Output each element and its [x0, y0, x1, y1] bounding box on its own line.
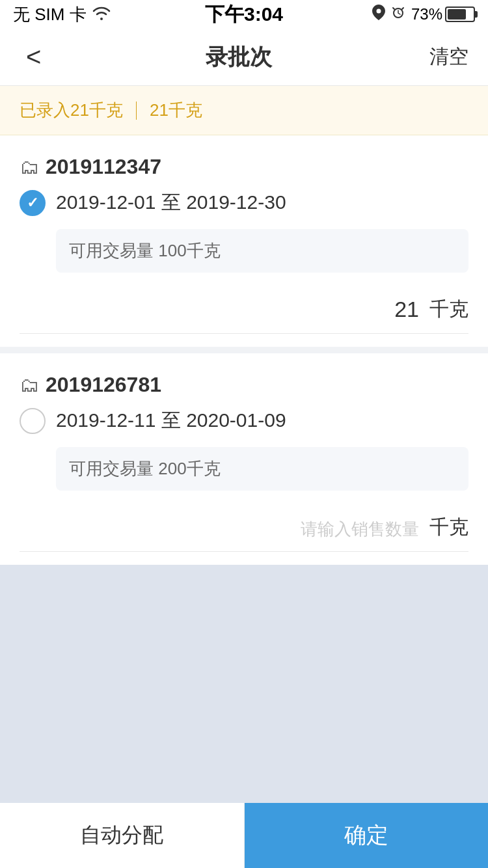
radio-1[interactable]: [20, 190, 46, 216]
batch-availability-2: 可用交易量 200千克: [56, 447, 468, 491]
batch-input-row-2: 千克: [20, 504, 468, 552]
batch-unit-2: 千克: [429, 514, 468, 541]
battery-fill: [448, 9, 466, 20]
card-divider: [0, 347, 488, 353]
batch-icon-1: 🗂: [20, 156, 39, 178]
page-title: 录批次: [206, 42, 272, 72]
info-value: 21千克: [150, 99, 202, 122]
bottom-bar: 自动分配 确定: [0, 803, 488, 868]
batch-input-row-1: 千克: [20, 286, 468, 334]
radio-2[interactable]: [20, 408, 46, 434]
batch-unit-1: 千克: [429, 296, 468, 323]
clear-button[interactable]: 清空: [429, 44, 468, 70]
location-icon: [372, 5, 385, 24]
status-right: 73%: [372, 5, 475, 24]
batch-card-2: 🗂 2019126781 2019-12-11 至 2020-01-09 可用交…: [0, 353, 488, 565]
main-content: 🗂 2019112347 2019-12-01 至 2019-12-30 可用交…: [0, 135, 488, 852]
info-divider: [136, 102, 137, 120]
status-time: 下午3:04: [205, 1, 283, 28]
auto-distribute-button[interactable]: 自动分配: [0, 803, 245, 868]
battery-percent: 73%: [411, 5, 442, 23]
batch-card-1: 🗂 2019112347 2019-12-01 至 2019-12-30 可用交…: [0, 135, 488, 347]
batch-quantity-input-1[interactable]: [142, 297, 419, 322]
status-bar: 无 SIM 卡 下午3:04 73%: [0, 0, 488, 29]
carrier-text: 无 SIM 卡: [13, 3, 87, 26]
battery-indicator: 73%: [411, 5, 475, 23]
alarm-icon: [390, 5, 406, 24]
batch-date-row-1: 2019-12-01 至 2019-12-30: [20, 189, 468, 216]
battery-bar: [445, 7, 475, 22]
batch-date-1: 2019-12-01 至 2019-12-30: [56, 189, 286, 216]
batch-header-2: 🗂 2019126781: [20, 373, 468, 397]
batch-availability-1: 可用交易量 100千克: [56, 229, 468, 273]
back-button[interactable]: <: [20, 36, 47, 78]
nav-bar: < 录批次 清空: [0, 29, 488, 86]
batch-icon-2: 🗂: [20, 374, 39, 396]
info-banner: 已录入21千克 21千克: [0, 86, 488, 135]
batch-id-1: 2019112347: [46, 155, 161, 179]
batch-header-1: 🗂 2019112347: [20, 155, 468, 179]
batch-date-row-2: 2019-12-11 至 2020-01-09: [20, 407, 468, 434]
batch-date-2: 2019-12-11 至 2020-01-09: [56, 407, 286, 434]
batch-id-2: 2019126781: [46, 373, 161, 397]
batch-quantity-input-2[interactable]: [142, 515, 419, 540]
confirm-button[interactable]: 确定: [245, 803, 489, 868]
status-left: 无 SIM 卡: [13, 3, 111, 26]
info-label: 已录入21千克: [20, 99, 123, 122]
wifi-icon: [92, 5, 111, 25]
